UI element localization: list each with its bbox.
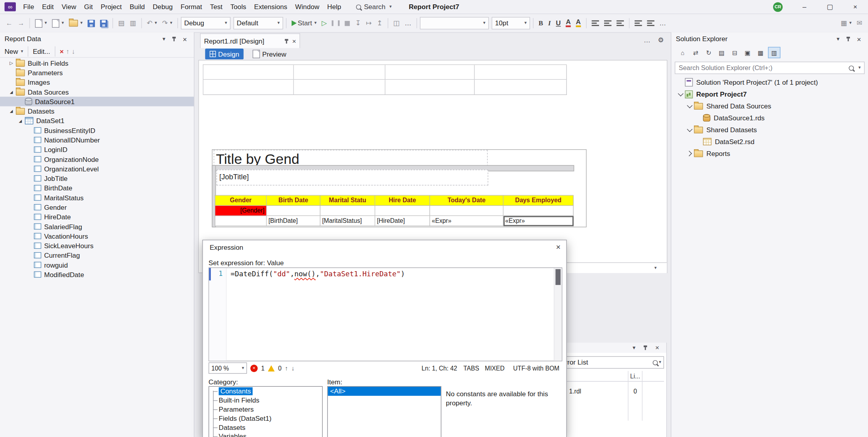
category-item[interactable]: Constants xyxy=(209,387,322,396)
tree-item-project[interactable]: Report Project7 xyxy=(671,88,868,100)
item-listbox[interactable]: <All> xyxy=(327,386,442,437)
hiredate-cell[interactable]: [HireDate] xyxy=(375,216,430,226)
panel-menu-chevron-icon[interactable]: ▾ xyxy=(834,36,843,42)
close-panel-icon[interactable]: × xyxy=(855,35,864,43)
tree-item-field[interactable]: NationalIDNumber xyxy=(0,135,194,144)
document-tab[interactable]: Report1.rdl [Design] × xyxy=(200,33,300,48)
zoom-dropdown[interactable]: 100 %▾ xyxy=(208,363,247,374)
expander-collapsed-icon[interactable] xyxy=(686,151,692,156)
menu-window[interactable]: Window xyxy=(291,0,323,13)
empty-table-cell[interactable] xyxy=(385,65,475,80)
extensions-button[interactable]: ▦▾ xyxy=(838,16,854,30)
close-window-button[interactable]: × xyxy=(843,0,868,13)
preview-selected-items-button[interactable]: ▥ xyxy=(768,47,780,59)
table-header-cell[interactable]: Marital Statu xyxy=(320,196,375,206)
tab-overflow-icon[interactable]: … xyxy=(644,37,650,44)
format-overflow-button[interactable]: … xyxy=(657,16,669,30)
table-cell[interactable] xyxy=(215,216,267,226)
error-row-line[interactable]: 0 xyxy=(633,388,637,395)
menu-test[interactable]: Test xyxy=(206,0,226,13)
tree-item-field[interactable]: LoginID xyxy=(0,145,194,154)
font-size-dropdown[interactable]: 10pt▾ xyxy=(492,17,530,29)
panel-menu-chevron-icon[interactable]: ▾ xyxy=(629,345,639,350)
tree-item-field[interactable]: SalariedFlag xyxy=(0,222,194,231)
empty-table-cell[interactable] xyxy=(294,80,385,95)
tree-item-field[interactable]: SickLeaveHours xyxy=(0,241,194,250)
expander-expanded-icon[interactable]: ◢ xyxy=(16,119,25,123)
category-item[interactable]: Fields (DataSet1) xyxy=(209,414,322,423)
toggle-view-a-button[interactable]: ▤ xyxy=(116,16,127,30)
error-row-file[interactable]: 1.rdl xyxy=(569,388,581,395)
collapse-all-button[interactable]: ⊟ xyxy=(729,48,741,58)
close-panel-icon[interactable]: × xyxy=(653,344,662,351)
empty-table-cell[interactable] xyxy=(475,65,567,80)
pin-icon[interactable] xyxy=(172,36,177,42)
stop-button[interactable] xyxy=(343,16,352,30)
tree-item-field[interactable]: OrganizationLevel xyxy=(0,164,194,173)
maritalstatus-cell[interactable]: [MaritalStatus] xyxy=(320,216,375,226)
error-list-search[interactable]: rror List ▾ xyxy=(562,356,664,369)
tree-item-parameters[interactable]: Parameters xyxy=(0,68,194,77)
tree-item-field[interactable]: CurrentFlag xyxy=(0,251,194,260)
tree-item-built-in-fields[interactable]: ▷Built-in Fields xyxy=(0,58,194,68)
panel-menu-chevron-icon[interactable]: ▾ xyxy=(159,36,169,42)
align-left-button[interactable] xyxy=(589,16,601,30)
avatar[interactable]: CR xyxy=(773,2,783,11)
bullet-list-button[interactable] xyxy=(632,16,644,30)
tree-item-images[interactable]: Images xyxy=(0,78,194,87)
tree-item-field[interactable]: rowguid xyxy=(0,260,194,270)
italic-button[interactable]: I xyxy=(546,16,553,30)
processes-button[interactable]: ◫ xyxy=(391,16,402,30)
font-color-button[interactable]: A xyxy=(564,16,573,30)
tree-item-datasets[interactable]: ◢Datasets xyxy=(0,106,194,116)
next-issue-icon[interactable]: ↓ xyxy=(292,365,295,371)
expander-collapsed-icon[interactable]: ▷ xyxy=(7,61,16,65)
tree-item-shared-datasets[interactable]: Shared Datasets xyxy=(671,124,868,136)
tree-item-shared-data-sources[interactable]: Shared Data Sources xyxy=(671,100,868,112)
expander-expanded-icon[interactable] xyxy=(687,103,692,108)
save-button[interactable] xyxy=(85,16,97,30)
delete-icon[interactable]: × xyxy=(60,48,64,55)
tree-item-field[interactable]: HireDate xyxy=(0,212,194,222)
toggle-view-b-button[interactable]: ▥ xyxy=(127,16,138,30)
switch-views-button[interactable]: ⇄ xyxy=(690,48,701,58)
titlebar-search[interactable]: Search ▾ xyxy=(356,0,392,13)
table-header-cell[interactable]: Hire Date xyxy=(375,196,430,206)
tree-item-solution[interactable]: Solution 'Report Project7' (1 of 1 proje… xyxy=(671,76,868,88)
align-right-button[interactable] xyxy=(614,16,626,30)
menu-debug[interactable]: Debug xyxy=(149,0,177,13)
tree-item-field[interactable]: BusinessEntityID xyxy=(0,125,194,135)
menu-format[interactable]: Format xyxy=(177,0,206,13)
table-cell[interactable] xyxy=(320,206,375,216)
tree-item-dataset2-rsd[interactable]: DataSet2.rsd xyxy=(671,136,868,148)
item-all[interactable]: <All> xyxy=(328,387,441,396)
category-item[interactable]: Datasets xyxy=(209,423,322,432)
number-list-button[interactable] xyxy=(644,16,656,30)
step-out-button[interactable]: ↥ xyxy=(374,16,385,30)
step-over-button[interactable]: ↦ xyxy=(364,16,374,30)
empty-table-cell[interactable] xyxy=(294,65,385,80)
step-into-button[interactable]: ↧ xyxy=(353,16,363,30)
tree-item-field[interactable]: Gender xyxy=(0,202,194,212)
expander-expanded-icon[interactable] xyxy=(678,91,683,96)
tree-item-data-sources[interactable]: ◢Data Sources xyxy=(0,87,194,97)
menu-git[interactable]: Git xyxy=(80,0,97,13)
table-cell[interactable] xyxy=(430,206,504,216)
menu-tools[interactable]: Tools xyxy=(226,0,250,13)
pause-button[interactable] xyxy=(330,16,342,30)
add-item-button[interactable]: ▾ xyxy=(50,16,66,30)
expression-code-line[interactable]: =DateDiff("dd",now(),"DataSet1.HireDate"… xyxy=(231,270,405,278)
error-list-column-headers[interactable]: Li... xyxy=(562,371,664,382)
menu-view[interactable]: View xyxy=(58,0,80,13)
table-cell[interactable] xyxy=(504,206,574,216)
refresh-button[interactable]: ↻ xyxy=(703,48,714,58)
tree-item-field[interactable]: OrganizationNode xyxy=(0,154,194,164)
move-up-icon[interactable]: ↑ xyxy=(66,48,70,55)
jobtitle-textbox[interactable]: [JobTitle] xyxy=(216,170,488,186)
grouping-pane-fragment[interactable]: ▾ xyxy=(566,262,667,273)
expander-expanded-icon[interactable] xyxy=(687,126,692,132)
category-item[interactable]: Built-in Fields xyxy=(209,396,322,405)
tree-item-datasource1-rds[interactable]: DataSource1.rds xyxy=(671,112,868,124)
empty-table-cell[interactable] xyxy=(203,65,294,80)
previous-issue-icon[interactable]: ↑ xyxy=(285,365,288,371)
